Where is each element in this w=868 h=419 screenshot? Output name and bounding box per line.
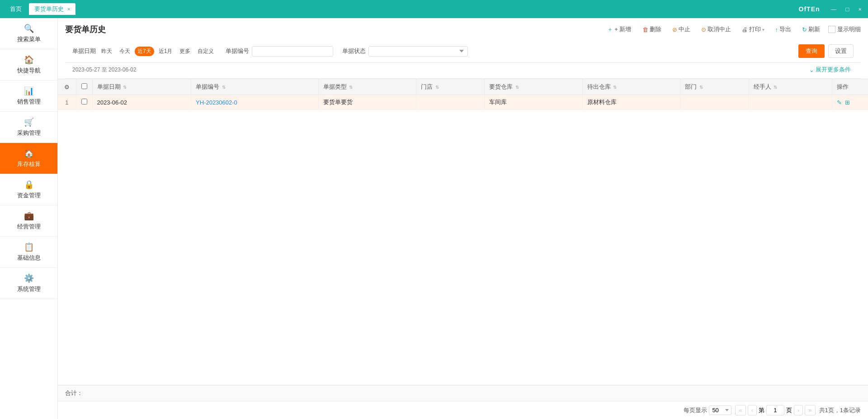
toolbar: ＋ + 新增 🗑 删除 ⊘ 中止 ⊙ 取消中止 [604, 24, 861, 35]
refresh-icon: ↻ [802, 26, 807, 33]
sidebar-item-quicknav[interactable]: 🏠 快捷导航 [0, 49, 57, 81]
top-bar: 首页 要货单历史 × OfTEn — □ × [0, 0, 868, 18]
col-handler[interactable]: 经手人 ⇅ [749, 79, 832, 95]
tab-home-label: 首页 [10, 5, 22, 13]
next-page-button[interactable]: › [794, 405, 803, 415]
row-edit-button[interactable]: ✎ [837, 99, 842, 106]
date-btn-more[interactable]: 更多 [177, 47, 193, 56]
content-area: 要货单历史 ＋ + 新增 🗑 删除 ⊘ 中止 ⊙ [58, 18, 868, 419]
row-detail-button[interactable]: ⊞ [845, 99, 850, 106]
minimize-icon[interactable]: — [829, 6, 839, 13]
export-button[interactable]: ↑ 导出 [773, 24, 794, 35]
print-dropdown-icon: ▾ [762, 27, 764, 32]
first-page-button[interactable]: « [735, 405, 745, 415]
date-range-display: 2023-05-27 至 2023-06-02 [72, 66, 136, 74]
sidebar-item-system[interactable]: ⚙️ 系统管理 [0, 268, 57, 299]
system-icon: ⚙️ [24, 273, 34, 283]
row-num: 1 [58, 95, 76, 110]
cancel-stop-button[interactable]: ⊙ 取消中止 [698, 24, 734, 35]
per-page-label: 每页显示 [684, 406, 707, 414]
status-label: 单据状态 [342, 47, 366, 55]
date-btn-today[interactable]: 今天 [117, 47, 133, 56]
row-no-link[interactable]: YH-20230602-0 [196, 99, 237, 106]
refresh-button[interactable]: ↻ 刷新 [799, 24, 823, 35]
status-select[interactable] [368, 46, 468, 57]
sort-handler-icon: ⇅ [774, 85, 777, 90]
status-filter-group: 单据状态 [342, 46, 468, 57]
col-store[interactable]: 门店 ⇅ [416, 79, 485, 95]
pagination-bar: 每页显示 50 10 20 100 « ‹ 第 页 › » 共1页，1条记录 [58, 401, 868, 419]
col-type[interactable]: 单据类型 ⇅ [318, 79, 416, 95]
filter-bar: 单据日期 昨天 今天 近7天 近1月 更多 自定义 单据编号 单据状态 [65, 40, 861, 63]
show-detail-checkbox[interactable] [828, 26, 835, 33]
date-btn-custom[interactable]: 自定义 [195, 47, 217, 56]
page-navigation: « ‹ 第 页 › » [735, 405, 815, 415]
sidebar: 🔍 搜索菜单 🏠 快捷导航 📊 销售管理 🛒 采购管理 🏠 库存核算 🔒 资金管… [0, 18, 58, 419]
col-req-warehouse[interactable]: 要货仓库 ⇅ [485, 79, 582, 95]
sidebar-item-basic[interactable]: 📋 基础信息 [0, 237, 57, 268]
total-label: 合计： [65, 389, 83, 397]
maximize-icon[interactable]: □ [844, 6, 851, 13]
row-checkbox[interactable] [81, 99, 87, 105]
sidebar-item-purchase-label: 采购管理 [17, 129, 41, 137]
last-page-button[interactable]: » [805, 405, 815, 415]
table-row: 1 2023-06-02 YH-20230602-0 要货单要货 车间库 原材料… [58, 95, 868, 110]
row-date: 2023-06-02 [92, 95, 191, 110]
sidebar-item-search[interactable]: 🔍 搜索菜单 [0, 18, 57, 49]
cancel-stop-icon: ⊙ [701, 26, 706, 33]
sidebar-item-sales-label: 销售管理 [17, 98, 41, 106]
table-footer: 合计： [58, 385, 868, 401]
per-page-group: 每页显示 50 10 20 100 [684, 405, 731, 415]
select-all-checkbox[interactable] [81, 83, 87, 89]
expand-more-button[interactable]: ⌄ 展开更多条件 [807, 65, 854, 75]
page-input[interactable] [766, 405, 784, 415]
sort-wait-warehouse-icon: ⇅ [613, 85, 617, 90]
sidebar-item-finance[interactable]: 🔒 资金管理 [0, 174, 57, 205]
order-no-filter-group: 单据编号 [226, 46, 333, 57]
sidebar-item-operations[interactable]: 💼 经营管理 [0, 205, 57, 237]
row-handler [749, 95, 832, 110]
finance-icon: 🔒 [24, 180, 34, 190]
operations-icon: 💼 [24, 211, 34, 221]
col-wait-warehouse[interactable]: 待出仓库 ⇅ [582, 79, 680, 95]
table-header-row: ⚙ 单据日期 ⇅ 单据编号 ⇅ 单据类型 [58, 79, 868, 95]
row-wait-warehouse: 原材料仓库 [582, 95, 680, 110]
stop-button[interactable]: ⊘ 中止 [670, 24, 693, 35]
window-close-icon[interactable]: × [856, 6, 863, 13]
new-icon: ＋ [607, 25, 613, 33]
show-detail-toggle[interactable]: 显示明细 [828, 25, 861, 33]
sidebar-item-purchase[interactable]: 🛒 采购管理 [0, 112, 57, 143]
col-dept[interactable]: 部门 ⇅ [680, 79, 749, 95]
date-btn-7days[interactable]: 近7天 [135, 47, 154, 56]
per-page-select[interactable]: 50 10 20 100 [709, 405, 731, 415]
sidebar-item-inventory[interactable]: 🏠 库存核算 [0, 143, 57, 174]
order-no-label: 单据编号 [226, 47, 249, 55]
main-layout: 🔍 搜索菜单 🏠 快捷导航 📊 销售管理 🛒 采购管理 🏠 库存核算 🔒 资金管… [0, 18, 868, 419]
chevron-down-icon: ⌄ [809, 67, 814, 73]
col-ops: 操作 [832, 79, 868, 95]
col-no[interactable]: 单据编号 ⇅ [191, 79, 319, 95]
tab-order-history[interactable]: 要货单历史 × [29, 3, 75, 15]
window-controls: — □ × [829, 6, 863, 13]
brand-name: OfTEn [799, 5, 820, 13]
delete-button[interactable]: 🗑 删除 [640, 24, 664, 35]
delete-icon: 🗑 [642, 26, 648, 33]
col-settings[interactable]: ⚙ [58, 79, 76, 95]
sidebar-item-sales[interactable]: 📊 销售管理 [0, 81, 57, 112]
settings-button[interactable]: 设置 [828, 44, 854, 58]
filter-bar-secondary: 2023-05-27 至 2023-06-02 ⌄ 展开更多条件 [65, 63, 861, 79]
date-btn-yesterday[interactable]: 昨天 [99, 47, 115, 56]
page-info: 共1页，1条记录 [819, 406, 861, 414]
prev-page-button[interactable]: ‹ [748, 405, 757, 415]
order-no-input[interactable] [252, 46, 333, 57]
query-button[interactable]: 查询 [798, 44, 825, 58]
col-date[interactable]: 单据日期 ⇅ [92, 79, 191, 95]
date-btn-1month[interactable]: 近1月 [156, 47, 175, 56]
date-filter-group: 单据日期 昨天 今天 近7天 近1月 更多 自定义 [72, 47, 217, 56]
sidebar-item-inventory-label: 库存核算 [17, 160, 41, 168]
print-button[interactable]: 🖨 打印 ▾ [739, 24, 767, 35]
new-button[interactable]: ＋ + 新增 [604, 24, 634, 35]
data-table: ⚙ 单据日期 ⇅ 单据编号 ⇅ 单据类型 [58, 79, 868, 110]
tab-close-icon[interactable]: × [67, 6, 70, 12]
tab-home[interactable]: 首页 [5, 3, 27, 15]
